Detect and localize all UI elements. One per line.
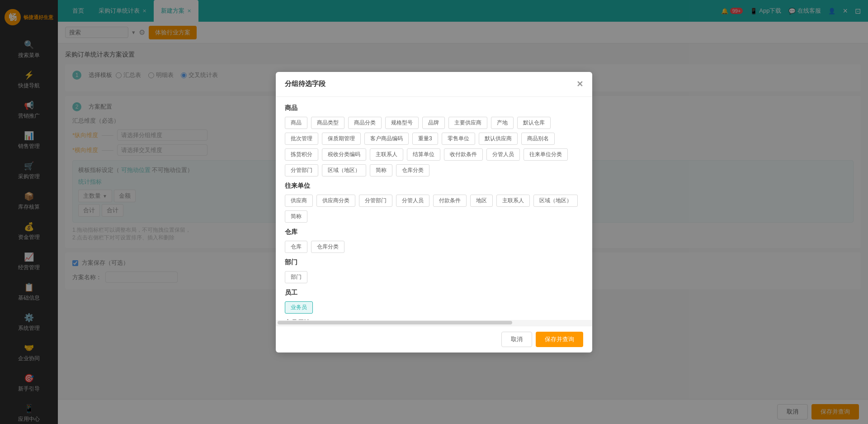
field-tag-region2[interactable]: 区域（地区） [533, 195, 578, 207]
field-tags-warehouse: 仓库仓库分类 [285, 241, 583, 253]
field-tag-wh-category[interactable]: 仓库分类 [311, 241, 344, 253]
field-tag-product-category[interactable]: 商品分类 [348, 117, 382, 129]
field-tag-dept[interactable]: 分管部门 [359, 195, 392, 207]
field-tag-settlement-unit[interactable]: 结算单位 [407, 148, 440, 161]
field-tag-spec-type[interactable]: 规格型号 [385, 117, 419, 129]
field-tag-customer-code[interactable]: 客户商品编码 [364, 133, 409, 145]
field-tags-counterpart: 供应商供应商分类分管部门分管人员付款条件地区主联系人区域（地区）简称 [285, 195, 583, 223]
field-tag-product-type[interactable]: 商品类型 [311, 117, 344, 129]
field-tag-brand[interactable]: 品牌 [422, 117, 445, 129]
field-tag-default-warehouse[interactable]: 默认仓库 [517, 117, 551, 129]
modal-header: 分组待选字段 ✕ [276, 72, 592, 97]
modal-overlay: 分组待选字段 ✕ 商品商品商品类型商品分类规格型号品牌主要供应商产地默认仓库批次… [0, 0, 868, 424]
field-tag-payment-cond[interactable]: 付款条件 [433, 195, 467, 207]
modal-footer: 取消 保存并查询 [276, 326, 592, 353]
section-title-warehouse: 仓库 [285, 228, 583, 236]
field-tag-short-name[interactable]: 简称 [370, 164, 392, 176]
field-tag-wh[interactable]: 仓库 [285, 241, 307, 253]
field-tag-pick-score[interactable]: 拣货积分 [285, 148, 318, 161]
field-tag-retail-unit[interactable]: 零售单位 [442, 133, 475, 145]
hscroll-thumb [278, 321, 512, 324]
field-select-modal: 分组待选字段 ✕ 商品商品商品类型商品分类规格型号品牌主要供应商产地默认仓库批次… [276, 72, 592, 353]
field-tag-area[interactable]: 地区 [470, 195, 493, 207]
section-title-dept: 部门 [285, 258, 583, 267]
modal-cancel-btn[interactable]: 取消 [501, 332, 532, 347]
field-tag-product-alias[interactable]: 商品别名 [521, 133, 555, 145]
field-tag-product[interactable]: 商品 [285, 117, 307, 129]
section-title-staff: 员工 [285, 289, 583, 297]
field-tag-validity-mgmt[interactable]: 保质期管理 [322, 133, 361, 145]
modal-save-btn[interactable]: 保存并查询 [536, 332, 583, 347]
field-tag-tax-code[interactable]: 税收分类编码 [322, 148, 366, 161]
field-tag-weight3[interactable]: 重量3 [412, 133, 438, 145]
modal-body: 商品商品商品类型商品分类规格型号品牌主要供应商产地默认仓库批次管理保质期管理客户… [276, 97, 592, 320]
field-tag-manager[interactable]: 分管人员 [486, 148, 520, 161]
field-tag-supplier[interactable]: 供应商 [285, 195, 313, 207]
modal-title: 分组待选字段 [285, 80, 326, 88]
field-tag-origin[interactable]: 产地 [491, 117, 514, 129]
modal-close-btn[interactable]: ✕ [576, 79, 583, 89]
field-tags-dept: 部门 [285, 271, 583, 283]
field-tag-main-contact2[interactable]: 主联系人 [496, 195, 530, 207]
field-tag-dept-mgr[interactable]: 分管人员 [396, 195, 429, 207]
field-tag-department[interactable]: 部门 [285, 271, 307, 283]
field-tag-short-name2[interactable]: 简称 [285, 210, 307, 223]
field-tag-salesperson[interactable]: 业务员 [285, 301, 313, 314]
field-tag-main-supplier[interactable]: 主要供应商 [448, 117, 487, 129]
field-tag-region[interactable]: 区域（地区） [322, 164, 366, 176]
field-tag-batch-mgmt[interactable]: 批次管理 [285, 133, 318, 145]
section-title-counterpart: 往来单位 [285, 182, 583, 190]
section-title-product: 商品 [285, 104, 583, 112]
modal-hscroll[interactable] [276, 320, 592, 325]
field-tag-mgmt-dept[interactable]: 分管部门 [285, 164, 318, 176]
field-tags-staff: 业务员 [285, 301, 583, 314]
field-tag-supplier-category[interactable]: 供应商分类 [316, 195, 355, 207]
field-tag-from-unit-category[interactable]: 往来单位分类 [524, 148, 568, 161]
field-tag-main-contact[interactable]: 主联系人 [370, 148, 403, 161]
field-tag-payment-terms[interactable]: 收付款条件 [444, 148, 483, 161]
field-tag-warehouse-category[interactable]: 仓库分类 [396, 164, 429, 176]
field-tags-product: 商品商品类型商品分类规格型号品牌主要供应商产地默认仓库批次管理保质期管理客户商品… [285, 117, 583, 176]
field-tag-default-supplier[interactable]: 默认供应商 [479, 133, 518, 145]
